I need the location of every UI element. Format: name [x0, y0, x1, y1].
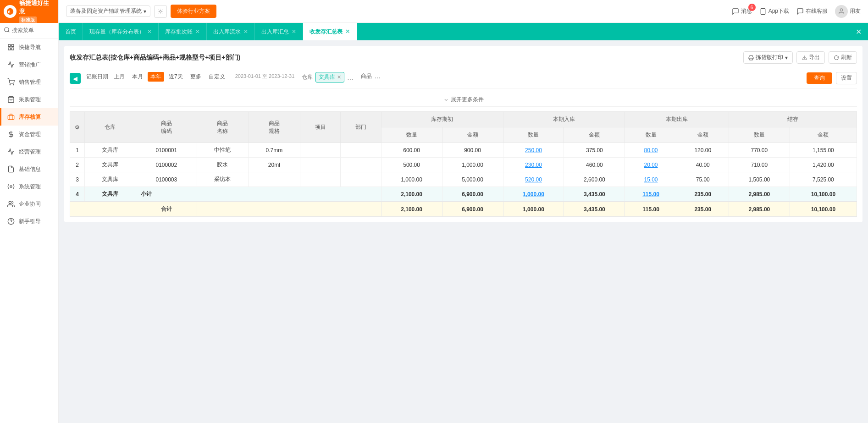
subtotal-warehouse: 文具库	[85, 187, 136, 202]
table-settings-icon[interactable]: ⚙	[75, 124, 80, 131]
footer-opening-qty: 2,100.00	[381, 202, 442, 217]
sidebar-item-finance[interactable]: 资金管理	[0, 126, 58, 143]
opening-amt-header: 金额	[442, 127, 503, 143]
sidebar-item-quick-nav[interactable]: 快捷导航	[0, 38, 58, 56]
system-selector[interactable]: 装备及固定资产辅助管理系统 ▾	[66, 5, 150, 17]
row-in-amt: 460.00	[564, 158, 625, 172]
footer-in-qty: 1,000.00	[503, 202, 564, 217]
warehouse-more-dots[interactable]: ...	[347, 73, 353, 82]
sidebar-item-purchase[interactable]: 采购管理	[0, 91, 58, 108]
svg-point-13	[10, 186, 12, 187]
in-qty-header: 数量	[503, 127, 564, 143]
footer-in-amt: 3,435.00	[564, 202, 625, 217]
query-button[interactable]: 查询	[807, 72, 832, 84]
tab-recv-send-summary[interactable]: 收发存汇总表 ✕	[303, 23, 357, 40]
tab-inout-flow[interactable]: 出入库流水 ✕	[207, 23, 255, 40]
sidebar-item-marketing[interactable]: 营销推广	[0, 56, 58, 73]
messages-badge: 6	[748, 4, 756, 11]
online-service-btn[interactable]: 在线客服	[796, 7, 828, 15]
svg-point-2	[5, 27, 9, 32]
row-goods-code: 0100003	[136, 172, 197, 187]
sidebar-item-inventory[interactable]: 库存核算	[0, 108, 58, 126]
row-goods-name: 胶水	[197, 158, 248, 172]
date-tab-custom[interactable]: 自定义	[206, 72, 228, 82]
footer-label2: 合计	[136, 202, 197, 217]
date-tab-this-month[interactable]: 本月	[129, 72, 146, 82]
sidebar-item-basic[interactable]: 基础信息	[0, 160, 58, 178]
warehouse-col-header: 仓库	[85, 112, 136, 143]
tab-inventory-dist[interactable]: 现存量（库存分布表） ✕	[83, 23, 159, 40]
refresh-label: 刷新	[841, 54, 852, 61]
row-warehouse: 文具库	[85, 143, 136, 158]
row-in-qty[interactable]: 520.00	[503, 172, 564, 187]
table-row: 3 文具库 0100003 采访本 1,000.00 5,000.00 520.…	[70, 172, 857, 187]
logo-icon: 6	[4, 5, 17, 18]
tab-bar-close[interactable]: ✕	[849, 27, 868, 36]
tab-close-inout-flow[interactable]: ✕	[243, 28, 248, 35]
tab-close-batch[interactable]: ✕	[195, 28, 200, 35]
settings-button[interactable]	[154, 5, 167, 18]
footer-out-amt: 235.00	[677, 202, 729, 217]
closing-amt-header: 金额	[790, 127, 857, 143]
subtotal-opening-amt: 6,900.00	[442, 187, 503, 202]
sidebar-item-guide[interactable]: 新手引导	[0, 213, 58, 230]
sidebar-item-operation[interactable]: 经营管理	[0, 143, 58, 160]
row-dept	[341, 172, 381, 187]
main-area: 装备及固定资产辅助管理系统 ▾ 体验行业方案 消息 6 App下载	[59, 0, 868, 423]
row-in-qty[interactable]: 230.00	[503, 158, 564, 172]
print-button[interactable]: 拣货版打印 ▾	[743, 51, 793, 64]
tab-batch[interactable]: 库存批次账 ✕	[159, 23, 207, 40]
row-closing-qty: 710.00	[729, 158, 790, 172]
svg-text:6: 6	[8, 10, 10, 14]
tab-close-recv-send[interactable]: ✕	[345, 28, 350, 35]
page-title: 收发存汇总表(按仓库+商品编码+商品+规格型号+项目+部门)	[70, 54, 240, 62]
user-avatar	[835, 5, 848, 18]
row-out-qty[interactable]: 15.00	[625, 172, 677, 187]
sidebar-item-collab[interactable]: 企业协同	[0, 195, 58, 213]
date-tab-this-year[interactable]: 本年	[148, 72, 164, 82]
row-closing-amt: 7,525.00	[790, 172, 857, 187]
export-button[interactable]: 导出	[796, 51, 825, 64]
date-tab-last-month[interactable]: 上月	[111, 72, 127, 82]
tab-close-inout-summary[interactable]: ✕	[292, 28, 296, 35]
row-warehouse: 文具库	[85, 158, 136, 172]
messages-btn[interactable]: 消息 6	[732, 7, 752, 15]
chevron-down-icon: ▾	[144, 8, 146, 15]
filter-settings-button[interactable]: 设置	[836, 72, 857, 84]
tab-close-inventory-dist[interactable]: ✕	[147, 28, 152, 35]
table-footer-row: 合计 2,100.00 6,900.00 1,000.00 3,435.00 1…	[70, 202, 857, 217]
basic-icon	[7, 165, 15, 173]
row-out-qty[interactable]: 80.00	[625, 143, 677, 158]
print-chevron: ▾	[785, 55, 788, 61]
expand-more-button[interactable]: 展开更多条件	[70, 93, 857, 107]
footer-closing-qty: 2,985.00	[729, 202, 790, 217]
row-out-qty[interactable]: 20.00	[625, 158, 677, 172]
refresh-button[interactable]: 刷新	[829, 51, 857, 64]
sidebar-purchase-label: 采购管理	[19, 96, 41, 104]
sidebar-item-system[interactable]: 系统管理	[0, 178, 58, 195]
trial-button[interactable]: 体验行业方案	[171, 5, 216, 18]
sidebar-search[interactable]: 搜索菜单	[0, 23, 58, 38]
row-opening-qty: 500.00	[381, 158, 442, 172]
row-closing-qty: 1,505.00	[729, 172, 790, 187]
date-tab-more[interactable]: 更多	[188, 72, 204, 82]
user-btn[interactable]: 用友	[835, 5, 861, 18]
search-icon	[4, 27, 10, 34]
date-range-display: 2023-01-01 至 2023-12-31	[235, 73, 295, 80]
app-download-btn[interactable]: App下载	[759, 7, 789, 15]
subtotal-in-qty: 1,000.00	[503, 187, 564, 202]
row-seq: 3	[70, 172, 85, 187]
settings-col-header[interactable]: ⚙	[70, 112, 85, 143]
page-title-bar: 收发存汇总表(按仓库+商品编码+商品+规格型号+项目+部门) 拣货版打印 ▾ 导…	[70, 51, 857, 64]
warehouse-tag-close[interactable]: ✕	[337, 74, 341, 80]
tab-home[interactable]: 首页	[59, 23, 83, 40]
footer-closing-amt: 10,100.00	[790, 202, 857, 217]
goods-more-dots[interactable]: ...	[375, 72, 381, 80]
row-in-qty[interactable]: 250.00	[503, 143, 564, 158]
in-group-header: 本期入库	[503, 112, 625, 127]
tab-inout-summary[interactable]: 出入库汇总 ✕	[255, 23, 303, 40]
date-tab-7days[interactable]: 近7天	[166, 72, 186, 82]
project-col-header: 项目	[300, 112, 340, 143]
sidebar-item-sales[interactable]: 销售管理	[0, 73, 58, 91]
filter-collapse-button[interactable]: ◀	[70, 73, 81, 84]
